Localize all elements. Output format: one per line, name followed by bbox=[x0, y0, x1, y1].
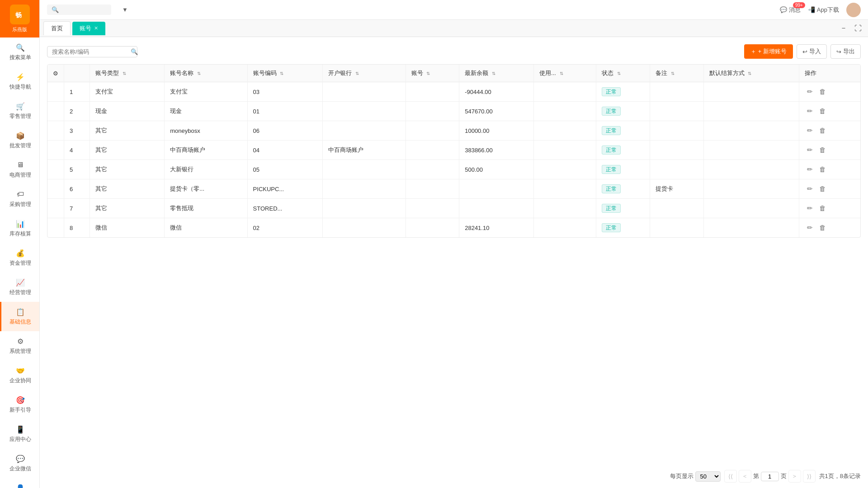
delete-btn[interactable]: 🗑 bbox=[817, 223, 828, 232]
cell-bank bbox=[323, 218, 406, 238]
edit-btn[interactable]: ✏ bbox=[805, 164, 815, 174]
current-page-input[interactable] bbox=[761, 472, 779, 481]
cell-settlement bbox=[703, 102, 799, 121]
cell-settings bbox=[47, 160, 64, 179]
edit-btn[interactable]: ✏ bbox=[805, 223, 815, 233]
cell-type: 其它 bbox=[90, 121, 165, 141]
add-account-button[interactable]: ＋ + 新增账号 bbox=[744, 44, 793, 59]
topbar-search-box[interactable]: 🔍 bbox=[47, 5, 111, 15]
topbar-search-input[interactable] bbox=[61, 6, 107, 13]
last-page-btn[interactable]: ⟩⟩ bbox=[803, 470, 816, 483]
expand-icon[interactable]: ▼ bbox=[122, 6, 128, 13]
col-account[interactable]: 账号 ⇅ bbox=[406, 65, 459, 82]
cell-name: 提货卡（零... bbox=[165, 179, 247, 199]
sidebar-item-contract[interactable]: 🤝 企业协同 bbox=[0, 361, 39, 390]
col-name[interactable]: 账号名称 ⇅ bbox=[165, 65, 247, 82]
page-size-select[interactable]: 50 100 200 bbox=[695, 471, 721, 482]
tab-home[interactable]: 首页 bbox=[43, 21, 71, 35]
status-badge: 正常 bbox=[602, 87, 621, 96]
edit-btn[interactable]: ✏ bbox=[805, 145, 815, 155]
cell-action: ✏ 🗑 bbox=[799, 160, 860, 179]
sidebar-item-wechat[interactable]: 💬 企业微信 bbox=[0, 449, 39, 478]
status-badge: 正常 bbox=[602, 184, 621, 193]
sidebar-item-label: 新手引导 bbox=[9, 406, 31, 414]
cell-name: moneybosx bbox=[165, 121, 247, 141]
delete-btn[interactable]: 🗑 bbox=[817, 203, 828, 213]
sidebar-item-retail[interactable]: 🛒 零售管理 bbox=[0, 96, 39, 126]
col-status[interactable]: 状态 ⇅ bbox=[596, 65, 650, 82]
delete-btn[interactable]: 🗑 bbox=[817, 126, 828, 135]
delete-btn[interactable]: 🗑 bbox=[817, 106, 828, 116]
cell-type: 支付宝 bbox=[90, 82, 165, 102]
cell-action: ✏ 🗑 bbox=[799, 102, 860, 121]
import-button[interactable]: ↩ 导入 bbox=[797, 44, 827, 59]
cell-action: ✏ 🗑 bbox=[799, 199, 860, 218]
sidebar-item-operation[interactable]: 📈 经营管理 bbox=[0, 272, 39, 302]
sidebar-item-quick[interactable]: ⚡ 快捷导航 bbox=[0, 67, 39, 96]
logo-icon: 畅 bbox=[10, 5, 30, 24]
app-download-icon: 📲 bbox=[808, 6, 815, 13]
cell-usage bbox=[534, 102, 596, 121]
user-avatar[interactable] bbox=[846, 3, 861, 17]
tab-maximize-btn[interactable]: ⛶ bbox=[852, 22, 864, 35]
sidebar-item-inventory[interactable]: 📊 库存核算 bbox=[0, 214, 39, 243]
table-search-input[interactable] bbox=[52, 48, 128, 55]
edit-btn[interactable]: ✏ bbox=[805, 106, 815, 116]
page-size-selector[interactable]: 每页显示 50 100 200 bbox=[670, 471, 721, 482]
col-usage[interactable]: 使用... ⇅ bbox=[534, 65, 596, 82]
system-icon: ⚙ bbox=[16, 337, 25, 346]
message-button[interactable]: 💬 消息 99+ bbox=[780, 6, 801, 14]
sidebar-item-label: 采购管理 bbox=[9, 201, 31, 208]
sidebar-item-basic[interactable]: 📋 基础信息 bbox=[0, 302, 39, 331]
table-search-box[interactable]: 🔍 bbox=[47, 46, 137, 57]
next-page-btn[interactable]: ＞ bbox=[788, 470, 801, 483]
col-balance[interactable]: 最新余额 ⇅ bbox=[459, 65, 534, 82]
cell-num: 3 bbox=[64, 121, 90, 141]
cell-num: 2 bbox=[64, 102, 90, 121]
cell-num: 1 bbox=[64, 82, 90, 102]
col-settings[interactable]: ⚙ bbox=[47, 65, 64, 82]
tab-minimize-btn[interactable]: － bbox=[837, 22, 850, 35]
delete-btn[interactable]: 🗑 bbox=[817, 87, 828, 96]
edit-btn[interactable]: ✏ bbox=[805, 184, 815, 194]
first-page-btn[interactable]: ⟨⟨ bbox=[724, 470, 737, 483]
col-bank[interactable]: 开户银行 ⇅ bbox=[323, 65, 406, 82]
edit-btn[interactable]: ✏ bbox=[805, 87, 815, 97]
sidebar-item-wholesale[interactable]: 📦 批发管理 bbox=[0, 126, 39, 155]
edit-btn[interactable]: ✏ bbox=[805, 203, 815, 213]
cell-settings bbox=[47, 141, 64, 160]
cell-num: 5 bbox=[64, 160, 90, 179]
message-badge: 99+ bbox=[793, 2, 805, 8]
sidebar-item-search[interactable]: 🔍 搜索菜单 bbox=[0, 38, 39, 67]
col-notes[interactable]: 备注 ⇅ bbox=[650, 65, 704, 82]
sidebar-item-system[interactable]: ⚙ 系统管理 bbox=[0, 331, 39, 361]
cell-settlement bbox=[703, 218, 799, 238]
member-icon: 👤 bbox=[16, 483, 25, 488]
quick-icon: ⚡ bbox=[16, 72, 25, 81]
sidebar-item-guide[interactable]: 🎯 新手引导 bbox=[0, 390, 39, 419]
sidebar-item-appcenter[interactable]: 📱 应用中心 bbox=[0, 419, 39, 449]
edit-btn[interactable]: ✏ bbox=[805, 126, 815, 136]
app-download-button[interactable]: 📲 App下载 bbox=[808, 6, 839, 14]
sidebar-item-ecommerce[interactable]: 🖥 电商管理 bbox=[0, 155, 39, 184]
cell-type: 其它 bbox=[90, 199, 165, 218]
sidebar-item-label: 企业协同 bbox=[9, 377, 31, 385]
tab-close-icon[interactable]: ✕ bbox=[94, 25, 98, 31]
sidebar-item-member[interactable]: 👤 畅会员 bbox=[0, 478, 39, 488]
delete-btn[interactable]: 🗑 bbox=[817, 164, 828, 174]
col-settlement[interactable]: 默认结算方式 ⇅ bbox=[703, 65, 799, 82]
tab-account[interactable]: 账号 ✕ bbox=[72, 22, 105, 35]
table-search-icon[interactable]: 🔍 bbox=[131, 48, 138, 55]
export-button[interactable]: ↪ 导出 bbox=[830, 44, 861, 59]
cell-notes bbox=[650, 199, 704, 218]
col-code[interactable]: 账号编码 ⇅ bbox=[247, 65, 323, 82]
cell-account bbox=[406, 218, 459, 238]
col-type[interactable]: 账号类型 ⇅ bbox=[90, 65, 165, 82]
sidebar-item-label: 快捷导航 bbox=[9, 83, 31, 91]
sidebar-item-purchase[interactable]: 🏷 采购管理 bbox=[0, 184, 39, 214]
delete-btn[interactable]: 🗑 bbox=[817, 145, 828, 155]
delete-btn[interactable]: 🗑 bbox=[817, 184, 828, 193]
prev-page-btn[interactable]: ＜ bbox=[739, 470, 751, 483]
sidebar-item-finance[interactable]: 💰 资金管理 bbox=[0, 243, 39, 272]
cell-type: 现金 bbox=[90, 102, 165, 121]
